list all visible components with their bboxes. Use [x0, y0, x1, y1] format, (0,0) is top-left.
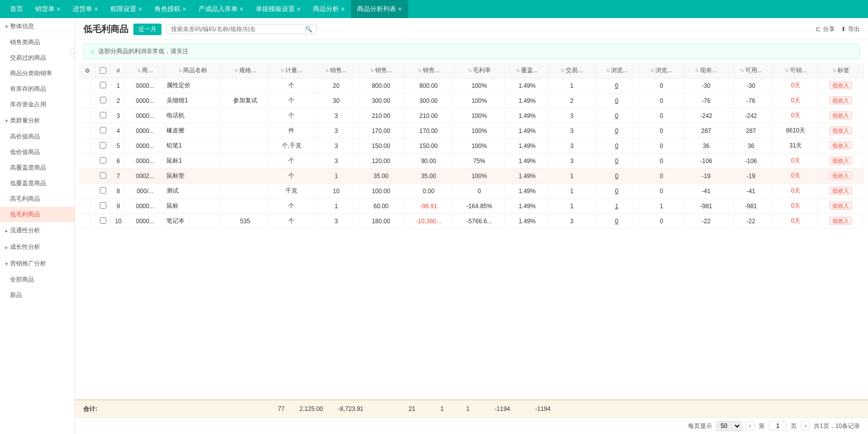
row-spec: [221, 199, 269, 214]
row-sales-profit: 90.00: [403, 154, 454, 169]
row-gross-margin: 100%: [454, 169, 505, 184]
sidebar-group-circulation[interactable]: ▸ 流通性分析: [0, 222, 75, 239]
row-checkbox[interactable]: [96, 214, 111, 229]
nav-product-entry[interactable]: 产成品入库单 ✕: [193, 0, 250, 18]
row-views1[interactable]: 1: [594, 199, 639, 214]
page-number-input[interactable]: [769, 421, 787, 430]
col-sales-qty[interactable]: ⇅销售...: [314, 63, 359, 78]
share-button[interactable]: ⊏ 分享: [816, 25, 835, 34]
row-unit: 个: [269, 154, 314, 169]
page-label-pre: 第: [759, 422, 765, 430]
nav-close-product-entry[interactable]: ✕: [239, 6, 244, 13]
nav-product-analysis-list[interactable]: 商品分析列表 ✕: [351, 0, 408, 18]
nav-roles[interactable]: 角色授权 ✕: [148, 0, 193, 18]
col-current-stock[interactable]: ⇅现有...: [684, 63, 729, 78]
col-unit[interactable]: ⇅计量...: [269, 63, 314, 78]
row-spec: [221, 184, 269, 199]
sidebar-item-category-rate[interactable]: 商品分类助销率: [0, 66, 75, 81]
next-page-button[interactable]: ›: [801, 421, 810, 430]
sidebar-item-high-margin[interactable]: 高毛利商品: [0, 191, 75, 207]
row-checkbox[interactable]: [96, 199, 111, 214]
col-sales-profit[interactable]: ⇅销售...: [403, 63, 454, 78]
row-tag: 低收入: [818, 138, 863, 154]
sidebar-item-traded-products[interactable]: 交易过的商品: [0, 50, 75, 66]
row-checkbox[interactable]: [96, 123, 111, 138]
col-spec[interactable]: ⇅规格...: [221, 63, 269, 78]
sidebar-item-sales-products[interactable]: 销售类商品: [0, 35, 75, 50]
nav-close-purchase-order[interactable]: ✕: [94, 6, 98, 13]
col-code[interactable]: ⇅商...: [126, 63, 164, 78]
row-views1[interactable]: 0: [594, 123, 639, 138]
col-settings[interactable]: ⚙: [79, 63, 96, 78]
sidebar-group-marketing[interactable]: ▾ 营销推广分析: [0, 255, 75, 272]
row-gross-margin: 0: [454, 184, 505, 199]
row-views1[interactable]: 0: [594, 169, 639, 184]
col-checkbox[interactable]: [96, 63, 111, 78]
col-tag[interactable]: ⇅标签: [818, 63, 863, 78]
row-views1[interactable]: 0: [594, 108, 639, 123]
row-views1[interactable]: 0: [594, 93, 639, 108]
nav-permissions[interactable]: 权限设置 ✕: [104, 0, 148, 18]
sidebar-item-high-coverage[interactable]: 高覆盖度商品: [0, 160, 75, 176]
nav-close-roles[interactable]: ✕: [182, 6, 187, 13]
sidebar-item-in-stock[interactable]: 有库存的商品: [0, 81, 75, 97]
row-checkbox[interactable]: [96, 108, 111, 123]
col-views2[interactable]: ⇅浏览...: [639, 63, 683, 78]
sidebar-item-high-value[interactable]: 高价值商品: [0, 129, 75, 144]
nav-sales-order[interactable]: 销货单 ✕: [29, 0, 67, 18]
col-views1[interactable]: ⇅浏览...: [594, 63, 639, 78]
nav-close-permissions[interactable]: ✕: [138, 6, 142, 13]
sidebar-item-all-products[interactable]: 全部商品: [0, 272, 75, 287]
sidebar-item-low-value[interactable]: 低价值商品: [0, 144, 75, 160]
nav-close-template-settings[interactable]: ✕: [296, 6, 301, 13]
row-checkbox[interactable]: [96, 184, 111, 199]
row-checkbox[interactable]: [96, 93, 111, 108]
col-sales-price[interactable]: ⇅销售...: [359, 63, 403, 78]
row-views1[interactable]: 0: [594, 214, 639, 229]
table-row: 9 0000... 鼠标 个 1 60.00 -98.91 -164.85% 1…: [79, 199, 864, 214]
nav-home[interactable]: 首页: [4, 0, 29, 18]
row-checkbox[interactable]: [96, 169, 111, 184]
share-icon: ⊏: [816, 26, 821, 33]
nav-close-product-analysis-list[interactable]: ✕: [398, 6, 402, 13]
row-available: 287: [729, 123, 773, 138]
nav-template-settings[interactable]: 单据模板设置 ✕: [250, 0, 307, 18]
main-content: 低毛利商品 近一月 🔍 ⊏ 分享 ⬆ 导出 ☆ 这部分商品的利润非常低，请关注: [75, 18, 868, 434]
tag-badge: 低收入: [829, 187, 852, 195]
col-saleable[interactable]: ⇅可销...: [773, 63, 818, 78]
nav-product-analysis[interactable]: 商品分析 ✕: [307, 0, 351, 18]
row-checkbox[interactable]: [96, 154, 111, 169]
export-button[interactable]: ⬆ 导出: [841, 25, 860, 34]
col-available[interactable]: ⇅可用...: [729, 63, 773, 78]
sidebar-group-growth[interactable]: ▸ 成长性分析: [0, 239, 75, 255]
row-checkbox[interactable]: [96, 138, 111, 154]
sidebar-item-low-margin[interactable]: 低毛利商品: [0, 207, 75, 222]
sidebar-item-low-coverage[interactable]: 低覆盖度商品: [0, 176, 75, 191]
nav-close-sales-order[interactable]: ✕: [56, 6, 61, 13]
sidebar-item-capital[interactable]: 库存资金占用: [0, 97, 75, 112]
row-views1[interactable]: 0: [594, 154, 639, 169]
row-views1[interactable]: 0: [594, 138, 639, 154]
nav-close-product-analysis[interactable]: ✕: [340, 6, 345, 13]
per-page-select[interactable]: 50 20 100: [716, 421, 742, 431]
col-transactions[interactable]: ⇅交易...: [550, 63, 594, 78]
col-gross-margin[interactable]: ⇅毛利率: [454, 63, 505, 78]
chevron-right-icon: ▸: [5, 227, 8, 234]
sidebar-item-new-products[interactable]: 新品: [0, 287, 75, 303]
sidebar-group-cluster[interactable]: ▾ 类群量分析: [0, 112, 75, 129]
footer-transactions: 21: [409, 405, 415, 412]
row-views1[interactable]: 0: [594, 78, 639, 93]
row-num: 5: [111, 138, 126, 154]
search-input[interactable]: [171, 26, 305, 33]
search-icon[interactable]: 🔍: [305, 26, 312, 33]
nav-purchase-order[interactable]: 进货单 ✕: [67, 0, 104, 18]
col-name[interactable]: ⇅商品名称: [164, 63, 221, 78]
select-all-checkbox[interactable]: [100, 67, 106, 74]
row-views1[interactable]: 0: [594, 184, 639, 199]
filter-period-button[interactable]: 近一月: [133, 24, 161, 35]
row-saleable: 0天: [773, 214, 818, 229]
col-coverage[interactable]: ⇅覆盖...: [505, 63, 550, 78]
sidebar-group-overall[interactable]: ▾ 整体信息: [0, 18, 75, 35]
prev-page-button[interactable]: ‹: [746, 421, 755, 430]
row-checkbox[interactable]: [96, 78, 111, 93]
